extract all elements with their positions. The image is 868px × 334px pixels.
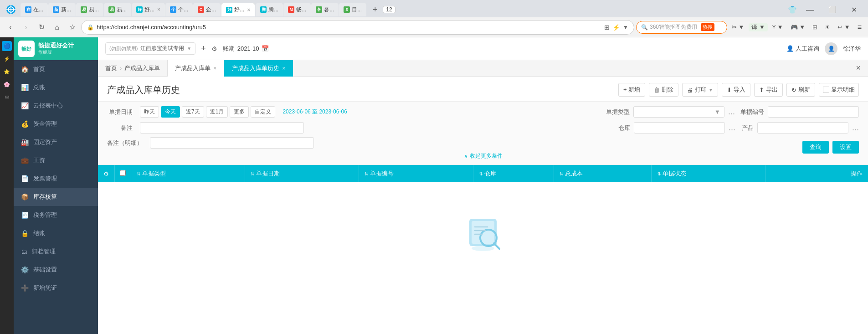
delete-button[interactable]: 🗑 删除 [649,83,678,97]
panel-close-button[interactable]: × [848,63,868,73]
warehouse-filter-input[interactable] [634,122,725,134]
sidebar-item-new-voucher[interactable]: ➕ 新增凭证 [14,279,98,297]
number-filter-input[interactable] [768,106,859,118]
sidebar-item-archive[interactable]: 🗂 归档管理 [14,242,98,261]
tab-9[interactable]: 腾 腾... [256,3,283,16]
sidebar-icon-3[interactable]: ⭐ [2,67,12,77]
sidebar-icon-1[interactable]: 🔵 [2,41,12,51]
product-dots[interactable]: ... [852,123,859,133]
add-company-button[interactable]: + [201,44,206,53]
add-button[interactable]: + 新增 [618,83,645,97]
sidebar-item-fund[interactable]: 💰 资金管理 [14,115,98,133]
tab-3[interactable]: 易 易... [76,3,103,16]
date-btn-7days[interactable]: 近7天 [182,106,204,118]
col-number[interactable]: ⇅ 单据编号 [359,165,473,182]
sidebar-item-invoice[interactable]: 📄 发票管理 [14,170,98,188]
settings-menu-btn[interactable]: ≡ [855,23,864,31]
collapse-button[interactable]: ∧ 收起更多条件 [464,152,503,160]
tab-7[interactable]: C 企... [193,3,221,16]
date-btn-1month[interactable]: 近1月 [206,106,228,118]
print-button[interactable]: 🖨 打印 ▼ [682,83,718,97]
sidebar-item-tax[interactable]: 🧾 税务管理 [14,206,98,224]
minimize-button[interactable]: — [800,3,821,16]
breadcrumb-home[interactable]: 首页 [105,64,117,72]
col-type[interactable]: ⇅ 单据类型 [131,165,245,182]
tab-6[interactable]: 个 个... [165,3,193,16]
new-tab-button[interactable]: + [369,3,381,16]
theme-btn[interactable]: ☀ [822,24,833,31]
game-btn[interactable]: 🎮 ▼ [788,24,808,31]
dropdown-icon[interactable]: ▼ [623,24,628,31]
home-button[interactable]: ⌂ [50,21,64,34]
tab-1[interactable]: 在 在... [21,3,48,16]
tab-11[interactable]: 各 各... [311,3,339,16]
tab-10[interactable]: M 畅... [283,3,311,16]
page-tab-0-close[interactable]: × [213,65,216,72]
shirt-icon[interactable]: 👕 [786,3,799,16]
page-tab-1-close[interactable]: × [282,65,285,72]
remark-detail-input[interactable] [150,137,314,149]
show-detail-toggle[interactable]: 显示明细 [819,83,859,97]
remark-filter-input[interactable] [140,122,304,134]
import-button[interactable]: ⬇ 导入 [722,83,750,97]
forward-button[interactable]: › [19,21,33,34]
select-all-checkbox[interactable] [120,170,126,176]
sidebar-item-report[interactable]: 📈 云报表中心 [14,97,98,115]
back-button[interactable]: ‹ [4,21,17,34]
sidebar-icon-2[interactable]: ⚡ [2,54,12,64]
sidebar-icon-4[interactable]: 🌸 [2,79,12,89]
company-selector[interactable]: (勿删勿禁用) 江西腺宝测试专用 ▼ [105,42,195,55]
search-bar-360[interactable]: 🔍 360智能抠图免费用 热搜 [636,21,727,34]
export-button[interactable]: ⬆ 导出 [754,83,783,97]
col-date[interactable]: ⇅ 单据日期 [245,165,359,182]
query-button[interactable]: 查询 [802,141,829,154]
refresh-button[interactable]: ↻ [35,21,48,34]
sidebar-icon-5[interactable]: ✉ [2,92,12,102]
tab-5[interactable]: 好 好... × [132,3,165,16]
sidebar-item-home[interactable]: 🏠 首页 [14,60,98,78]
yuan-btn[interactable]: ¥ ▼ [770,24,786,31]
grid-icon[interactable]: ⊞ [604,24,610,31]
refresh-data-button[interactable]: ↻ 刷新 [786,83,815,97]
tab-8-close[interactable]: × [247,7,250,13]
lightning-icon[interactable]: ⚡ [612,24,620,31]
tab-4[interactable]: 易 易... [104,3,131,16]
scissors-btn[interactable]: ✂ ▼ [729,24,747,31]
company-settings-button[interactable]: ⚙ [211,45,217,52]
filter-settings-button[interactable]: 设置 [832,141,859,154]
col-checkbox[interactable] [114,165,131,182]
product-filter-input[interactable] [757,122,848,134]
tab-12[interactable]: S 目... [339,3,366,16]
maximize-button[interactable]: ⬜ [822,3,842,16]
browser-logo[interactable] [4,2,18,17]
close-window-button[interactable]: ✕ [843,3,864,16]
tab-5-close[interactable]: × [157,6,160,13]
page-tab-1-active[interactable]: 产成品入库单历史 × [224,60,293,77]
tab-8-active[interactable]: 好 好... × [221,3,255,16]
sidebar-item-settings[interactable]: ⚙️ 基础设置 [14,261,98,279]
sidebar-item-fixed-assets[interactable]: 🏭 固定资产 [14,133,98,151]
sidebar-header[interactable]: 畅好 畅捷通好会计 旗舰版 [14,37,98,60]
date-btn-yesterday[interactable]: 昨天 [140,106,159,118]
tab-2[interactable]: 新 新... [48,3,76,16]
grid-view-btn[interactable]: ⊞ [810,24,820,31]
col-total-cost[interactable]: ⇅ 总成本 [554,165,652,182]
url-bar[interactable]: 🔒 https://cloud.chanjet.com/accounting/u… [81,20,634,35]
bookmark-button[interactable]: ☆ [66,21,79,34]
date-btn-more[interactable]: 更多 [230,106,249,118]
col-status[interactable]: ⇅ 单据状态 [651,165,765,182]
undo-btn[interactable]: ↩ ▼ [835,24,853,31]
date-btn-today[interactable]: 今天 [161,106,180,118]
sidebar-item-payroll[interactable]: 💼 工资 [14,151,98,170]
page-tab-0[interactable]: 产成品入库单 × [167,60,224,77]
type-dots[interactable]: ... [728,107,735,117]
sidebar-item-ledger[interactable]: 📊 总账 [14,78,98,97]
sidebar-item-inventory[interactable]: 📦 库存核算 [14,188,98,206]
sidebar-item-closing[interactable]: 🔒 结账 [14,224,98,242]
warehouse-dots[interactable]: ... [729,123,735,133]
user-avatar[interactable]: 👤 [825,42,837,55]
col-warehouse[interactable]: ⇅ 仓库 [473,165,554,182]
col-settings[interactable]: ⚙ [98,165,114,182]
type-filter-select[interactable]: ▼ [633,106,724,118]
date-btn-custom[interactable]: 自定义 [251,106,275,118]
